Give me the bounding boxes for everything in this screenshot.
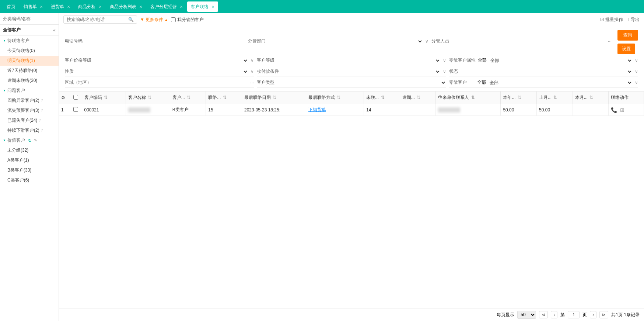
first-page-btn[interactable]: ⊲ bbox=[539, 311, 548, 318]
dots-icon-2[interactable]: ··· bbox=[250, 80, 254, 85]
th-last-contact-date[interactable]: 最后联络日期 ⇅ bbox=[242, 92, 306, 104]
filter-region: 区域（地区） ··· bbox=[65, 79, 254, 87]
sidebar-item-7days[interactable]: 近7天待联络(0) bbox=[0, 66, 59, 76]
sidebar-item-b-class[interactable]: B类客户(33) bbox=[0, 165, 59, 175]
value-edit-icon[interactable]: ✎ bbox=[34, 138, 37, 143]
my-customers-checkbox[interactable] bbox=[171, 17, 176, 22]
filter-person-input[interactable] bbox=[459, 39, 606, 44]
td-action: 📞 ⊞ bbox=[609, 104, 644, 116]
nav-purchase-close[interactable]: ✕ bbox=[67, 5, 70, 9]
filter-actions: 查询 设置 bbox=[617, 30, 638, 54]
sidebar-item-c-class-label: C类客户(6) bbox=[7, 177, 29, 183]
nav-customer-tier[interactable]: 客户分层经营 ✕ bbox=[147, 1, 186, 12]
main-layout: 🔍 全部客户 « ▼ 待联络客户 今天待联络(0) 明天待联络(1) 近7天待联… bbox=[0, 13, 644, 321]
chevron-down-icon-6: ∨ bbox=[443, 69, 446, 74]
table-container: ⚙ 客户编码 ⇅ 客户名称 ⇅ 客户... ⇅ 联络... ⇅ 最后联络日期 ⇅… bbox=[59, 92, 644, 308]
filter-nature-select[interactable] bbox=[93, 69, 248, 75]
chevron-down-icon-3: ∨ bbox=[443, 58, 446, 63]
sidebar-search-input[interactable] bbox=[3, 16, 58, 21]
toolbar-search-icon[interactable]: 🔍 bbox=[128, 17, 134, 22]
th-last-contact-method[interactable]: 最后联络方式 ⇅ bbox=[306, 92, 364, 104]
filter-status-select[interactable] bbox=[477, 69, 633, 75]
all-customers-label: 全部客户 bbox=[3, 27, 21, 33]
value-refresh-icon[interactable]: ↻ bbox=[28, 138, 32, 143]
nav-sales[interactable]: 销售单 ✕ bbox=[20, 1, 46, 12]
th-code[interactable]: 客户编码 ⇅ bbox=[82, 92, 126, 104]
row-checkbox[interactable] bbox=[73, 107, 78, 112]
contact-method-link[interactable]: 下销货单 bbox=[308, 107, 326, 112]
last-page-btn[interactable]: ⊳ bbox=[599, 311, 608, 318]
batch-btn-label: 批量操作 bbox=[605, 17, 623, 23]
th-uncontact[interactable]: 未联... ⇅ bbox=[364, 92, 400, 104]
sidebar-item-c-class[interactable]: C类客户(6) bbox=[0, 175, 59, 185]
toolbar-search-input[interactable] bbox=[67, 17, 127, 22]
grid-icon[interactable]: ⊞ bbox=[620, 107, 624, 113]
batch-operation-btn[interactable]: ☑ 批量操作 bbox=[600, 17, 623, 23]
th-last-month[interactable]: 上月... ⇅ bbox=[537, 92, 573, 104]
nav-home[interactable]: 首页 bbox=[3, 1, 19, 12]
nav-product-analysis-list-close[interactable]: ✕ bbox=[139, 5, 142, 9]
th-overdue[interactable]: 逾期... ⇅ bbox=[400, 92, 436, 104]
prev-page-btn[interactable]: ‹ bbox=[551, 311, 557, 318]
chevron-down-icon-1: ∨ bbox=[425, 39, 428, 44]
help-icon-3[interactable]: ? bbox=[39, 118, 41, 122]
filter-dept-select[interactable] bbox=[276, 38, 423, 44]
filter-retail-attr-label: 零散客户属性 bbox=[449, 57, 476, 63]
th-contact-count[interactable]: 联络... ⇅ bbox=[206, 92, 242, 104]
filter-retail-customer-label: 零散客户 bbox=[449, 79, 475, 86]
sidebar-item-churned[interactable]: 已流失客户(24) ? bbox=[0, 115, 59, 125]
dots-icon-1[interactable]: ··· bbox=[608, 39, 612, 44]
page-number-input[interactable] bbox=[568, 311, 580, 318]
help-icon-1[interactable]: ? bbox=[41, 99, 43, 103]
help-icon-2[interactable]: ? bbox=[41, 108, 43, 113]
filter-region-label: 区域（地区） bbox=[65, 79, 91, 86]
nav-purchase[interactable]: 进货单 ✕ bbox=[47, 1, 74, 12]
filter-nature: 性质 ∨ bbox=[65, 68, 254, 76]
filter-price-level-select[interactable] bbox=[94, 58, 248, 63]
th-name[interactable]: 客户名称 ⇅ bbox=[126, 92, 170, 104]
sidebar-item-repurchase-abnormal[interactable]: 回购异常客户(2) ? bbox=[0, 96, 59, 106]
help-icon-4[interactable]: ? bbox=[41, 128, 43, 132]
sidebar-item-declining-label: 持续下滑客户(2) bbox=[7, 127, 39, 134]
filter-row-4: 区域（地区） ··· 客户类型 零散客户 全部 全部 ∨ bbox=[65, 79, 638, 87]
nav-customer-contact-close[interactable]: ✕ bbox=[211, 5, 214, 9]
th-this-month[interactable]: 本月... ⇅ bbox=[573, 92, 609, 104]
filter-retail-attr-select[interactable]: 全部 bbox=[489, 58, 633, 63]
filter-icon: ▼ bbox=[140, 17, 144, 22]
sidebar-item-declining[interactable]: 持续下滑客户(2) ? bbox=[0, 125, 59, 135]
th-customer-type[interactable]: 客户... ⇅ bbox=[170, 92, 206, 104]
sidebar-item-a-class[interactable]: A类客户(1) bbox=[0, 155, 59, 165]
sidebar: 🔍 全部客户 « ▼ 待联络客户 今天待联络(0) 明天待联络(1) 近7天待联… bbox=[0, 13, 59, 321]
collapse-icon[interactable]: « bbox=[53, 28, 56, 33]
sidebar-item-tomorrow[interactable]: 明天待联络(1) bbox=[0, 56, 59, 66]
call-icon[interactable]: 📞 bbox=[611, 107, 617, 113]
filter-more-btn[interactable]: ▼ 更多条件 ▲ bbox=[140, 17, 168, 23]
query-btn[interactable]: 查询 bbox=[617, 30, 638, 41]
filter-dept-label: 分管部门 bbox=[248, 38, 274, 44]
nav-product-analysis[interactable]: 商品分析 ✕ bbox=[74, 1, 105, 12]
filter-customer-type-select[interactable] bbox=[285, 80, 446, 86]
nav-product-analysis-list[interactable]: 商品分析列表 ✕ bbox=[106, 1, 146, 12]
nav-customer-tier-close[interactable]: ✕ bbox=[180, 5, 183, 9]
nav-customer-contact[interactable]: 客户联络 ✕ bbox=[187, 1, 218, 12]
th-this-year[interactable]: 本年... ⇅ bbox=[501, 92, 537, 104]
sidebar-item-today[interactable]: 今天待联络(0) bbox=[0, 46, 59, 56]
sidebar-item-churn-warning[interactable]: 流失预警客户(3) ? bbox=[0, 106, 59, 115]
sidebar-item-overdue[interactable]: 逾期未联络(30) bbox=[0, 76, 59, 86]
filter-customer-level-select[interactable] bbox=[285, 58, 440, 63]
next-page-btn[interactable]: › bbox=[590, 311, 596, 318]
setting-btn[interactable]: 设置 bbox=[617, 44, 635, 54]
select-all-checkbox[interactable] bbox=[73, 95, 78, 100]
th-contact-person[interactable]: 往来单位联系人 ⇅ bbox=[436, 92, 501, 104]
per-page-select[interactable]: 50 100 200 bbox=[517, 311, 536, 319]
filter-phone-input[interactable] bbox=[93, 39, 245, 44]
filter-retail-customer-select[interactable]: 全部 bbox=[488, 80, 633, 86]
nav-sales-close[interactable]: ✕ bbox=[40, 5, 43, 9]
sidebar-item-ungrouped[interactable]: 未分组(32) bbox=[0, 145, 59, 155]
filter-payment-select[interactable] bbox=[285, 69, 440, 75]
td-checkbox bbox=[71, 104, 82, 116]
nav-product-analysis-close[interactable]: ✕ bbox=[99, 5, 102, 9]
filter-region-input[interactable] bbox=[94, 80, 248, 85]
export-btn[interactable]: ↑ 导出 bbox=[627, 17, 640, 23]
chevron-up-icon: ▲ bbox=[164, 18, 168, 22]
